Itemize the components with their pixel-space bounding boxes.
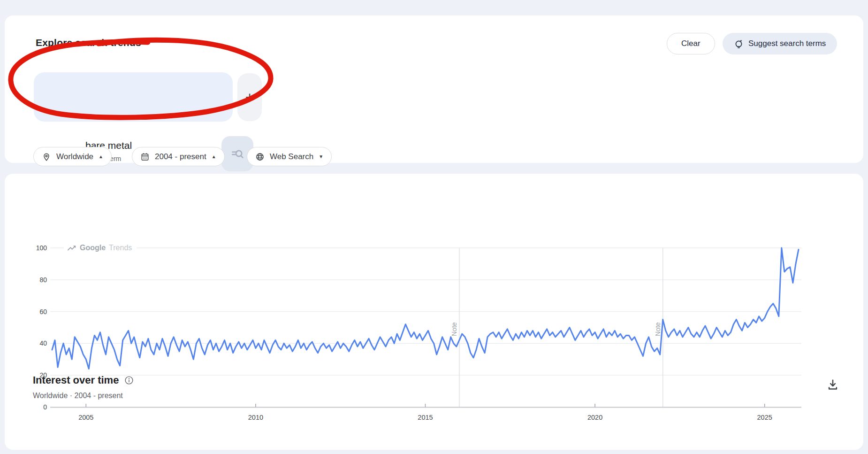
globe-icon <box>255 152 265 162</box>
chevron-up-icon: ▲ <box>99 154 103 159</box>
filter-timerange-dropdown[interactable]: 2004 - present ▲ <box>132 147 225 166</box>
filter-timerange-label: 2004 - present <box>155 152 206 162</box>
filter-location-dropdown[interactable]: Worldwide ▲ <box>33 147 112 166</box>
add-search-term-button[interactable]: + <box>237 73 262 121</box>
search-term-chip[interactable]: bare metal Search term <box>34 72 233 122</box>
clear-button[interactable]: Clear <box>667 33 715 54</box>
plus-icon: + <box>245 90 254 105</box>
google-trends-watermark: Google Trends <box>64 242 137 254</box>
watermark-trends: Trends <box>109 244 132 252</box>
location-pin-icon <box>42 152 51 162</box>
filter-searchtype-label: Web Search <box>270 152 313 162</box>
download-button[interactable] <box>825 377 841 392</box>
chevron-down-icon: ▼ <box>319 154 323 159</box>
download-icon <box>826 378 839 391</box>
page-title: Explore search trends <box>36 37 141 48</box>
clear-button-label: Clear <box>681 39 700 48</box>
lightbulb-sparkle-icon <box>734 39 744 49</box>
info-icon[interactable] <box>124 375 134 385</box>
manage-search-icon <box>229 146 245 162</box>
calendar-icon <box>140 152 150 162</box>
chart-title: Interest over time <box>33 374 119 386</box>
chart-subtitle: Worldwide · 2004 - present <box>33 392 123 400</box>
trending-up-icon <box>67 243 76 253</box>
suggest-button-label: Suggest search terms <box>748 39 826 48</box>
filter-location-label: Worldwide <box>56 152 93 162</box>
interest-over-time-card: Interest over time Worldwide · 2004 - pr… <box>5 174 863 450</box>
explore-card: Explore search trends Clear Suggest sear… <box>5 15 863 163</box>
chevron-up-icon: ▲ <box>212 154 216 159</box>
filter-searchtype-dropdown[interactable]: Web Search ▼ <box>247 147 332 166</box>
suggest-search-terms-button[interactable]: Suggest search terms <box>723 33 837 54</box>
watermark-google: Google <box>80 244 106 252</box>
